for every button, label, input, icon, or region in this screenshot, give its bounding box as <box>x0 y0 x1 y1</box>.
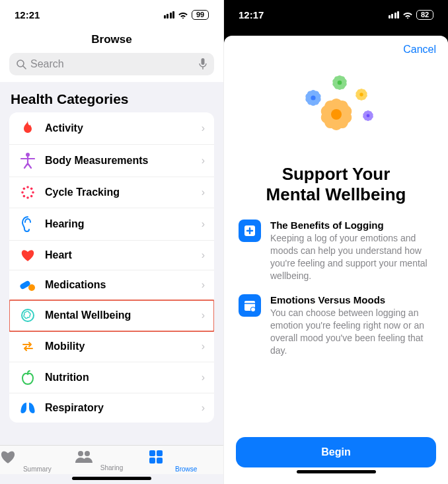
chevron-right-icon: › <box>202 186 205 198</box>
svg-point-27 <box>331 109 342 120</box>
svg-point-11 <box>26 186 29 188</box>
arrows-icon <box>19 339 37 354</box>
svg-point-45 <box>359 93 363 96</box>
category-label: Medications <box>45 279 202 291</box>
category-label: Activity <box>45 122 202 134</box>
heart-icon <box>19 249 37 262</box>
tab-sharing[interactable]: Sharing <box>75 450 149 473</box>
grid-icon <box>149 450 223 464</box>
search-icon <box>16 59 26 69</box>
category-label: Hearing <box>45 218 202 230</box>
feature-title: The Benefits of Logging <box>270 220 433 231</box>
cancel-button[interactable]: Cancel <box>403 44 436 56</box>
ear-icon <box>19 216 37 232</box>
wellbeing-intro-screen: 12:17 82 Cancel Support YourMental Wellb… <box>224 0 448 484</box>
category-label: Heart <box>45 249 202 261</box>
section-header: Health Categories <box>0 82 223 112</box>
home-indicator[interactable] <box>297 470 376 473</box>
tab-label: Sharing <box>100 464 123 471</box>
modal-sheet: Cancel Support YourMental Wellbeing The … <box>224 36 448 484</box>
svg-point-5 <box>32 191 34 194</box>
plus-square-icon <box>239 220 261 242</box>
svg-rect-2 <box>202 58 205 65</box>
svg-point-39 <box>337 81 342 85</box>
svg-point-7 <box>26 196 29 199</box>
tab-browse[interactable]: Browse <box>149 450 223 473</box>
status-bar: 12:21 99 <box>0 0 223 29</box>
chevron-right-icon: › <box>202 309 205 321</box>
category-row-hearing[interactable]: Hearing › <box>9 208 214 241</box>
category-label: Mental Wellbeing <box>45 309 202 321</box>
svg-point-33 <box>311 95 315 100</box>
pills-icon <box>19 278 37 292</box>
category-row-heart[interactable]: Heart › <box>9 241 214 270</box>
calendar-icon <box>239 294 261 317</box>
battery-indicator: 82 <box>416 10 433 20</box>
lungs-icon <box>19 401 37 415</box>
dots-circle-icon <box>19 185 37 200</box>
category-label: Body Measurements <box>45 155 202 167</box>
chevron-right-icon: › <box>202 155 205 167</box>
apple-icon <box>19 370 37 385</box>
tab-summary[interactable]: Summary <box>0 450 75 473</box>
search-placeholder: Search <box>30 58 64 70</box>
heart-fill-icon <box>0 450 75 464</box>
chevron-right-icon: › <box>202 372 205 383</box>
status-time: 12:21 <box>15 9 40 20</box>
category-row-mental-wellbeing[interactable]: Mental Wellbeing › <box>9 300 214 331</box>
home-indicator[interactable] <box>72 477 151 480</box>
browse-screen: 12:21 99 Browse Search Health Categories… <box>0 0 224 484</box>
chevron-right-icon: › <box>202 249 205 261</box>
status-time: 12:17 <box>239 9 264 20</box>
flame-icon <box>19 120 37 136</box>
category-label: Nutrition <box>45 372 202 383</box>
feature-item: Emotions Versus Moods You can choose bet… <box>236 294 436 357</box>
cellular-icon <box>389 11 400 19</box>
svg-point-8 <box>23 195 26 198</box>
tab-bar: SummarySharingBrowse <box>0 445 223 474</box>
categories-list: Activity › Body Measurements › Cycle Tra… <box>9 112 214 423</box>
svg-point-10 <box>23 188 26 190</box>
feature-desc: You can choose between logging an emotio… <box>270 307 433 357</box>
people-icon <box>75 450 149 463</box>
modal-title: Support YourMental Wellbeing <box>236 164 436 205</box>
category-row-cycle-tracking[interactable]: Cycle Tracking › <box>9 177 214 208</box>
category-row-body-measurements[interactable]: Body Measurements › <box>9 145 214 177</box>
svg-rect-18 <box>149 450 155 456</box>
svg-point-56 <box>251 307 255 311</box>
status-bar: 12:17 82 <box>224 0 448 29</box>
svg-rect-21 <box>157 458 163 464</box>
category-label: Cycle Tracking <box>45 186 202 198</box>
page-title: Browse <box>0 29 223 53</box>
chevron-right-icon: › <box>202 402 205 414</box>
cellular-icon <box>164 11 175 19</box>
category-label: Respiratory <box>45 402 202 414</box>
svg-point-51 <box>366 114 369 118</box>
svg-rect-19 <box>157 450 163 456</box>
feature-item: The Benefits of Logging Keeping a log of… <box>236 220 436 282</box>
svg-point-17 <box>85 451 90 456</box>
category-row-respiratory[interactable]: Respiratory › <box>9 393 214 423</box>
begin-button[interactable]: Begin <box>236 437 436 467</box>
category-row-activity[interactable]: Activity › <box>9 112 214 145</box>
tab-label: Summary <box>23 465 52 473</box>
category-row-mobility[interactable]: Mobility › <box>9 331 214 362</box>
svg-line-1 <box>23 66 26 69</box>
wifi-icon <box>178 11 188 19</box>
category-row-nutrition[interactable]: Nutrition › <box>9 362 214 393</box>
search-input[interactable]: Search <box>9 53 214 75</box>
chevron-right-icon: › <box>202 218 205 230</box>
svg-rect-20 <box>149 458 155 464</box>
mic-icon[interactable] <box>198 58 207 70</box>
battery-indicator: 99 <box>192 10 209 20</box>
svg-point-14 <box>28 284 35 291</box>
flower-illustration <box>236 58 436 157</box>
wifi-icon <box>402 11 413 19</box>
chevron-right-icon: › <box>202 279 205 291</box>
figure-icon <box>19 153 37 169</box>
category-row-medications[interactable]: Medications › <box>9 270 214 300</box>
svg-point-12 <box>30 188 33 190</box>
brain-icon <box>19 308 37 323</box>
svg-point-6 <box>30 195 33 198</box>
category-label: Mobility <box>45 341 202 352</box>
